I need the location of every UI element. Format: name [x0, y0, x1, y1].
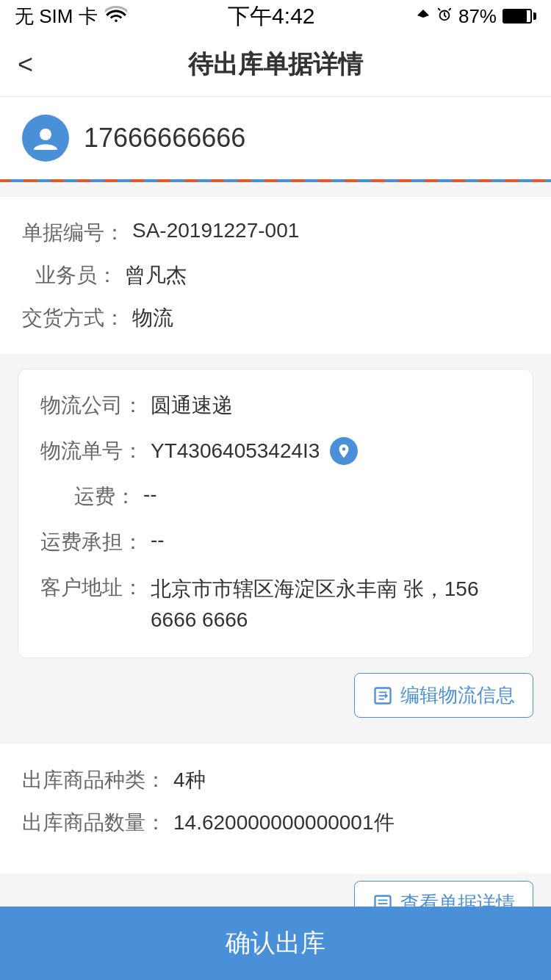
freight-bearer-value: --	[151, 528, 511, 552]
freight-value: --	[143, 483, 511, 506]
logistics-company-label: 物流公司：	[40, 392, 143, 419]
goods-quantity-label: 出库商品数量：	[22, 809, 166, 837]
wifi-icon	[105, 6, 127, 26]
delivery-method-value: 物流	[132, 304, 529, 332]
goods-section: 出库商品种类： 4种 出库商品数量： 14.620000000000001件	[0, 744, 551, 873]
order-number-value: SA-20191227-001	[132, 219, 529, 242]
sales-person-value: 曾凡杰	[125, 262, 529, 289]
status-bar: 无 SIM 卡 下午4:42 87%	[0, 0, 551, 32]
avatar	[22, 115, 69, 162]
logistics-company-value: 圆通速递	[151, 392, 511, 419]
edit-btn-row: 编辑物流信息	[0, 673, 551, 732]
battery-percent: 87%	[458, 5, 497, 28]
edit-logistics-button[interactable]: 编辑物流信息	[354, 673, 533, 718]
logistics-card: 物流公司： 圆通速递 物流单号： YT43064053424I3 运费： -- …	[18, 369, 533, 658]
freight-bearer-row: 运费承担： --	[40, 528, 511, 556]
tracking-number-label: 物流单号：	[40, 437, 143, 465]
delivery-method-row: 交货方式： 物流	[22, 304, 529, 332]
svg-point-1	[40, 129, 51, 140]
goods-types-label: 出库商品种类：	[22, 766, 166, 794]
goods-quantity-row: 出库商品数量： 14.620000000000001件	[22, 809, 529, 837]
logistics-company-row: 物流公司： 圆通速递	[40, 392, 511, 419]
divider	[0, 732, 551, 744]
battery-icon	[503, 9, 536, 24]
freight-bearer-label: 运费承担：	[40, 528, 143, 556]
carrier-text: 无 SIM 卡	[15, 4, 98, 29]
tracking-number-value: YT43064053424I3	[151, 437, 511, 465]
confirm-button[interactable]: 确认出库	[0, 907, 551, 980]
status-right: 87%	[416, 5, 536, 28]
page-title: 待出库单据详情	[188, 48, 363, 82]
alarm-icon	[436, 5, 453, 28]
customer-header: 17666666666	[0, 97, 551, 182]
edit-logistics-label: 编辑物流信息	[400, 682, 515, 708]
order-number-row: 单据编号： SA-20191227-001	[22, 219, 529, 247]
tracking-number-row: 物流单号： YT43064053424I3	[40, 437, 511, 465]
freight-row: 运费： --	[40, 483, 511, 511]
location-arrow-icon	[416, 5, 431, 28]
customer-phone: 17666666666	[84, 123, 245, 154]
sales-person-row: 业务员： 曾凡杰	[22, 262, 529, 289]
delivery-method-label: 交货方式：	[22, 304, 125, 332]
address-row: 客户地址： 北京市市辖区海淀区永丰南 张，156 6666 6666	[40, 574, 511, 635]
goods-types-row: 出库商品种类： 4种	[22, 766, 529, 794]
order-number-label: 单据编号：	[22, 219, 125, 247]
basic-info-section: 单据编号： SA-20191227-001 业务员： 曾凡杰 交货方式： 物流	[0, 197, 551, 354]
tracking-location-icon[interactable]	[330, 437, 358, 465]
status-left: 无 SIM 卡	[15, 4, 127, 29]
back-button[interactable]: <	[18, 49, 33, 80]
sales-person-label: 业务员：	[22, 262, 118, 289]
status-time: 下午4:42	[228, 1, 314, 32]
freight-label: 运费：	[40, 483, 136, 511]
goods-quantity-value: 14.620000000000001件	[173, 809, 395, 837]
nav-bar: < 待出库单据详情	[0, 32, 551, 97]
confirm-button-label: 确认出库	[226, 926, 325, 960]
address-label: 客户地址：	[40, 574, 143, 602]
address-value: 北京市市辖区海淀区永丰南 张，156 6666 6666	[151, 574, 511, 635]
goods-types-value: 4种	[173, 766, 206, 794]
